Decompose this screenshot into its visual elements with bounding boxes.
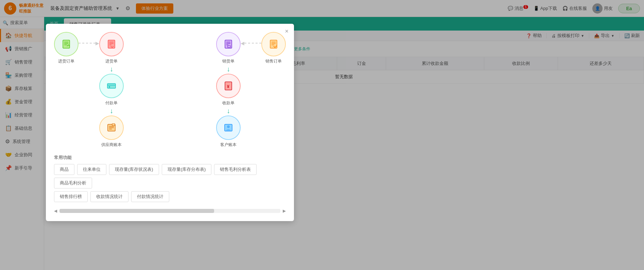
func-btn-counterpart[interactable]: 往来单位	[77, 164, 106, 175]
payment-bill-label: 付款单	[105, 100, 118, 106]
down-arrow-5: ↓	[110, 107, 113, 114]
flow-col-3: 销货单 ↓ ¥ 收款单 ↓	[216, 32, 241, 148]
modal-box: × 进货订单	[46, 24, 294, 221]
receipt-bill-icon: ¥	[216, 74, 241, 98]
scrollbar-track	[59, 209, 280, 213]
svg-text:¥: ¥	[227, 84, 229, 89]
scrollbar-thumb	[59, 209, 214, 213]
down-arrow-3: ↓	[227, 66, 230, 72]
func-btn-product-profit[interactable]: 商品毛利分析	[54, 178, 92, 188]
modal-scrollbar[interactable]: ◀ ▶	[54, 209, 286, 213]
flow-receipt-bill[interactable]: ¥ 收款单	[216, 74, 241, 106]
svg-rect-26	[270, 40, 277, 48]
func-btn-payment-stat[interactable]: 付款情况统计	[131, 191, 169, 202]
flow-purchase-bill[interactable]: 进货单	[99, 32, 124, 64]
flow-col-4: 销售订单	[261, 32, 286, 64]
customer-ledger-label: 客户账本	[220, 142, 237, 148]
func-btn-receipt-stat[interactable]: 收款情况统计	[90, 191, 128, 202]
supplier-ledger-icon	[99, 115, 124, 140]
func-btn-stock-status[interactable]: 现存量(库存状况表)	[109, 164, 159, 175]
func-buttons: 商品 往来单位 现存量(库存状况表) 现存量(库存分布表) 销售毛利分析表 商品…	[54, 164, 286, 188]
flow-sales-order[interactable]: 销售订单	[261, 32, 286, 64]
svg-point-25	[227, 125, 230, 128]
svg-rect-21	[228, 46, 230, 48]
common-functions: 常用功能 商品 往来单位 现存量(库存状况表) 现存量(库存分布表) 销售毛利分…	[54, 155, 286, 202]
sales-order-label: 销售订单	[265, 58, 282, 64]
receipt-bill-label: 收款单	[222, 100, 234, 106]
modal-overlay[interactable]: × 进货订单	[0, 0, 644, 270]
svg-rect-16	[112, 124, 115, 126]
flow-supplier-ledger[interactable]: 供应商账本	[99, 115, 124, 148]
down-arrow-6: ↓	[227, 107, 230, 114]
flow-col-2: 进货单 ↓ ¥ 付款单 ↓	[99, 32, 124, 148]
purchase-order-icon	[54, 32, 79, 56]
func-btn-stock-dist[interactable]: 现存量(库存分布表)	[162, 164, 212, 175]
common-functions-title: 常用功能	[54, 155, 286, 161]
flow-sales-bill[interactable]: 销货单	[216, 32, 241, 64]
purchase-order-label: 进货订单	[58, 58, 74, 64]
h-arrow-1: ▶	[79, 40, 99, 46]
purchase-bill-label: 进货单	[105, 58, 118, 64]
sales-bill-icon	[216, 32, 241, 56]
h-arrow-2: ◀	[241, 40, 261, 46]
purchase-bill-icon	[99, 32, 124, 56]
payment-bill-icon: ¥	[99, 74, 124, 98]
func-btn-product[interactable]: 商品	[54, 164, 74, 175]
sales-bill-label: 销货单	[222, 58, 234, 64]
flow-payment-bill[interactable]: ¥ 付款单	[99, 74, 124, 106]
flow-diagram: 进货订单 ▶	[54, 32, 286, 148]
modal-close-btn[interactable]: ×	[285, 28, 289, 35]
supplier-ledger-label: 供应商账本	[101, 142, 122, 148]
flow-purchase-order[interactable]: 进货订单	[54, 32, 79, 64]
func-btn-sales-profit[interactable]: 销售毛利分析表	[214, 164, 257, 175]
func-buttons-2: 销售排行榜 收款情况统计 付款情况统计	[54, 191, 286, 202]
sales-order-icon	[261, 32, 286, 56]
down-arrow-2: ↓	[110, 66, 113, 72]
flow-col-1: 进货订单	[54, 32, 79, 64]
svg-rect-0	[63, 40, 70, 48]
func-btn-sales-rank[interactable]: 销售排行榜	[54, 191, 88, 202]
customer-ledger-icon	[216, 115, 241, 140]
flow-customer-ledger[interactable]: 客户账本	[216, 115, 241, 148]
